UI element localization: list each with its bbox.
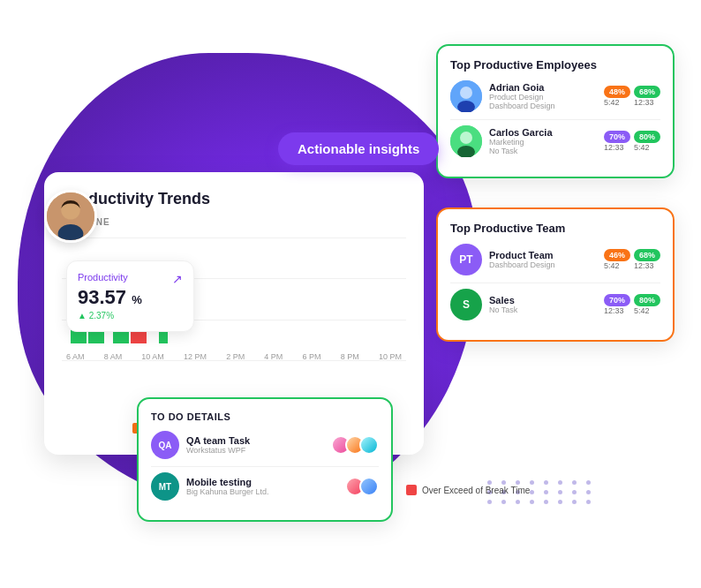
employee-avatar-2 [450, 125, 482, 157]
team-info-2: Sales No Task [489, 295, 597, 314]
team-avatar-1: PT [450, 244, 482, 275]
employee-row: Adrian Goia Product Design Dashboard Des… [450, 80, 660, 112]
actionable-insights-badge: Actionable insights [278, 132, 439, 165]
employees-card-title: Top Productive Employees [450, 58, 660, 72]
team-stats-1: 46% 5:42 68% 12:33 [604, 249, 660, 270]
timeline-label: TIMELINE [62, 217, 406, 227]
team-name-1: Product Team [489, 250, 597, 260]
todo-card: TO DO DETAILS QA QA team Task Workstatus… [137, 397, 393, 522]
todo-row-2: MT Mobile testing Big Kahuna Burger Ltd. [151, 472, 379, 501]
todo-avatar-2: MT [151, 472, 179, 501]
employee-task-1: Dashboard Design [489, 102, 597, 110]
badge-label: Actionable insights [298, 141, 419, 156]
employee-avatar-1 [450, 80, 482, 112]
break-time-legend: Over Exceed of Break Time [406, 485, 530, 495]
team-stats-2: 70% 12:33 80% 5:42 [604, 294, 660, 315]
team-task-1: Dashboard Design [489, 260, 597, 269]
team-name-2: Sales [489, 295, 597, 305]
todo-task-2: Mobile testing [186, 477, 338, 487]
stat-badge-purple-2: 70% [604, 131, 630, 143]
employees-card: Top Productive Employees Adrian Goia Pro… [436, 44, 675, 178]
productivity-label: Productivity [78, 272, 183, 283]
divider-todo [151, 466, 379, 467]
break-legend-text: Over Exceed of Break Time [422, 486, 530, 495]
todo-task-1: QA team Task [186, 435, 324, 446]
team-card-title: Top Productive Team [450, 222, 660, 235]
employee-info-2: Carlos Garcia Marketing No Task [489, 127, 597, 155]
team-info-1: Product Team Dashboard Design [489, 250, 597, 269]
todo-member-avatars-2 [345, 477, 379, 496]
team-badge-1b: 68% [634, 249, 660, 261]
divider [450, 119, 660, 120]
productivity-change: ▲ 2.37% [78, 311, 183, 320]
employee-role-1: Product Design [489, 93, 597, 102]
card-title: Productivity Trends [62, 190, 406, 208]
todo-info-2: Mobile testing Big Kahuna Burger Ltd. [186, 477, 338, 496]
trend-icon: ↗ [172, 272, 183, 286]
employee-task-2: No Task [489, 147, 597, 155]
employee-stats-2: 70% 12:33 80% 5:42 [604, 131, 660, 152]
team-avatar-2: S [450, 289, 482, 320]
productivity-mini-card: Productivity 93.57 % ▲ 2.37% ↗ [66, 260, 194, 332]
employee-row-2: Carlos Garcia Marketing No Task 70% 12:3… [450, 125, 660, 157]
todo-row-1: QA QA team Task Workstatus WPF [151, 431, 379, 459]
break-square-icon [406, 485, 417, 495]
svg-point-4 [460, 87, 472, 99]
employee-name-2: Carlos Garcia [489, 127, 597, 138]
divider-team [450, 283, 660, 283]
main-avatar [44, 190, 97, 243]
stat-badge-green-2: 80% [634, 131, 660, 143]
stat-badge-green-1: 68% [634, 86, 660, 98]
todo-company-2: Big Kahuna Burger Ltd. [186, 487, 338, 496]
productivity-value: 93.57 % [78, 286, 183, 309]
todo-title: TO DO DETAILS [151, 411, 379, 422]
stat-badge-orange-1: 48% [604, 86, 630, 98]
team-badge-2a: 70% [604, 294, 630, 306]
team-task-2: No Task [489, 305, 597, 314]
team-card: Top Productive Team PT Product Team Dash… [436, 207, 675, 342]
svg-point-7 [460, 132, 472, 144]
employee-info-1: Adrian Goia Product Design Dashboard Des… [489, 82, 597, 110]
employee-role-2: Marketing [489, 138, 597, 147]
team-row-1: PT Product Team Dashboard Design 46% 5:4… [450, 244, 660, 275]
todo-avatar-1: QA [151, 431, 179, 459]
team-row-2: S Sales No Task 70% 12:33 80% 5:42 [450, 289, 660, 320]
employee-name-1: Adrian Goia [489, 82, 597, 93]
team-badge-1a: 46% [604, 249, 630, 261]
time-axis: 6 AM 8 AM 10 AM 12 PM 2 PM 4 PM 6 PM 8 P… [62, 352, 406, 361]
team-badge-2b: 80% [634, 294, 660, 306]
todo-member-avatars-1 [331, 435, 379, 455]
employee-stats-1: 48% 5:42 68% 12:33 [604, 86, 660, 107]
scene: Actionable insights Productivity Trends … [0, 0, 701, 588]
todo-company-1: Workstatus WPF [186, 446, 324, 455]
todo-info-1: QA team Task Workstatus WPF [186, 435, 324, 455]
